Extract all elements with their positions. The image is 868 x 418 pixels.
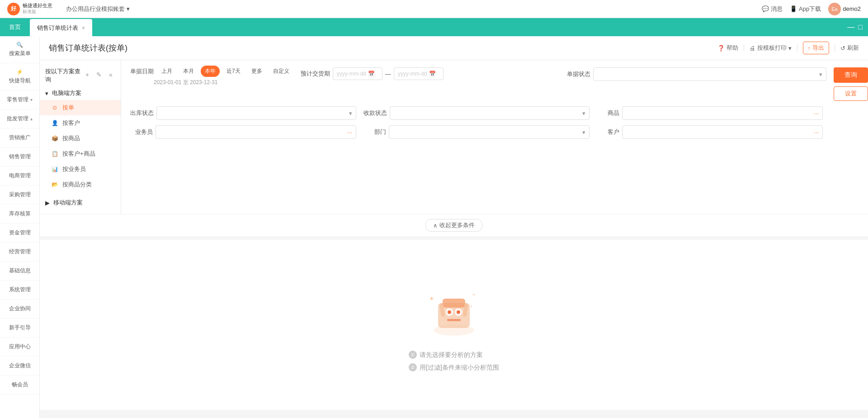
sidebar-item-retail[interactable]: 零售管理 ▾ <box>0 90 39 109</box>
window-minimize-icon[interactable]: — <box>847 23 854 31</box>
date-last7-btn[interactable]: 近7天 <box>222 66 245 77</box>
date-custom-btn[interactable]: 自定义 <box>269 66 293 77</box>
customer-input[interactable]: ··· <box>622 125 823 139</box>
scheme-group-desktop[interactable]: ▾ 电脑端方案 <box>40 86 121 100</box>
goods-label: 商品 <box>597 109 619 117</box>
out-status-label: 出库状态 <box>130 109 154 117</box>
staff-cell: 业务员 ··· <box>130 125 356 139</box>
date-this-month-btn[interactable]: 本月 <box>179 66 198 77</box>
sidebar-item-inventory[interactable]: 库存核算 <box>0 204 39 223</box>
print-arrow-icon: ▾ <box>788 45 792 52</box>
scheme-order-icon: ⊙ <box>51 104 59 112</box>
scheme-panel: 按以下方案查询 + ✎ « ▾ 电脑端方案 ⊙ 按单 👤 <box>40 60 121 214</box>
top-bar-left: 好 畅捷通好生意 标准版 办公用品行业模拟账套 ▾ <box>7 3 130 15</box>
staff-input[interactable]: ··· <box>156 125 356 139</box>
apps-label: 应用中心 <box>9 343 31 351</box>
expected-date-start[interactable]: yyyy-mm-dd 📅 <box>333 67 382 80</box>
logo-text: 畅捷通好生意 <box>23 3 52 9</box>
sidebar-item-marketing[interactable]: 营销推广 <box>0 128 39 147</box>
scheme-item-by-order[interactable]: ⊙ 按单 <box>40 100 121 115</box>
tip-text-2: 用[过滤]条件来缩小分析范围 <box>420 361 499 374</box>
export-label: 导出 <box>812 44 824 52</box>
query-btn[interactable]: 查询 <box>834 67 868 83</box>
expected-date-end[interactable]: yyyy-mm-dd 📅 <box>394 67 443 80</box>
dept-select[interactable]: ▾ <box>389 125 590 139</box>
scheme-item-by-staff[interactable]: 📊 按业务员 <box>40 162 121 177</box>
system-label: 系统管理 <box>9 286 31 294</box>
sidebar: 🔍 搜索菜单 ⚡ 快捷导航 零售管理 ▾ 批发管理 ▴ 营销推广 销售管理 电商… <box>0 36 40 418</box>
collapse-btn[interactable]: ∧ 收起更多条件 <box>425 219 482 232</box>
help-btn[interactable]: ❓ 帮助 <box>717 44 738 52</box>
sidebar-item-tutorial[interactable]: 新手引导 <box>0 318 39 337</box>
date-last-month-btn[interactable]: 上月 <box>157 66 176 77</box>
messages-btn[interactable]: 💬 消息 <box>762 5 783 13</box>
avatar: Ea <box>828 3 841 15</box>
sidebar-item-quick-nav[interactable]: ⚡ 快捷导航 <box>0 63 39 90</box>
svg-text:✦: ✦ <box>470 304 473 309</box>
sidebar-item-sales[interactable]: 销售管理 <box>0 147 39 166</box>
window-maximize-icon[interactable]: □ <box>858 23 863 31</box>
customer-more-icon[interactable]: ··· <box>814 129 819 136</box>
out-status-cell: 出库状态 ▾ <box>130 106 356 120</box>
refresh-btn[interactable]: ↺ 刷新 <box>840 44 859 52</box>
tab-active[interactable]: 销售订单统计表 × <box>30 19 92 37</box>
expected-date-label: 预计交货期 <box>301 70 330 78</box>
tab-home[interactable]: 首页 <box>0 18 30 36</box>
sidebar-quicknav-label: 快捷导航 <box>9 77 31 85</box>
setting-btn[interactable]: 设置 <box>834 86 868 101</box>
app-download-btn[interactable]: 📱 App下载 <box>790 5 821 13</box>
sidebar-item-basic-info[interactable]: 基础信息 <box>0 261 39 280</box>
retail-label: 零售管理 <box>7 96 28 104</box>
date-filter-buttons: 上月 本月 本年 近7天 更多 自定义 <box>157 66 293 77</box>
filter-main: 按以下方案查询 + ✎ « ▾ 电脑端方案 ⊙ 按单 👤 <box>40 60 868 214</box>
scheme-item-label: 按商品分类 <box>62 180 92 189</box>
svg-point-5 <box>448 310 451 314</box>
sidebar-item-search[interactable]: 🔍 搜索菜单 <box>0 36 39 63</box>
account-dropdown[interactable]: 办公用品行业模拟账套 ▾ <box>66 5 130 13</box>
sidebar-item-finance[interactable]: 资金管理 <box>0 223 39 242</box>
export-btn[interactable]: ↑ 导出 <box>803 42 830 54</box>
scheme-add-icon[interactable]: + <box>83 71 92 80</box>
operations-label: 经营管理 <box>9 248 31 256</box>
scheme-item-by-goods[interactable]: 📦 按商品 <box>40 131 121 146</box>
scheme-cust-goods-icon: 📋 <box>51 150 59 158</box>
scheme-group-label: 电脑端方案 <box>52 89 81 97</box>
date-this-year-btn[interactable]: 本年 <box>201 66 220 77</box>
empty-tip-2: ② 用[过滤]条件来缩小分析范围 <box>409 361 499 374</box>
refresh-icon: ↺ <box>840 45 845 52</box>
sidebar-item-apps[interactable]: 应用中心 <box>0 337 39 356</box>
sidebar-item-wechat[interactable]: 企业微信 <box>0 356 39 375</box>
sidebar-item-collab[interactable]: 企业协同 <box>0 299 39 318</box>
sidebar-item-ecommerce[interactable]: 电商管理 <box>0 166 39 185</box>
tip-text-1: 请先选择要分析的方案 <box>420 348 483 361</box>
sidebar-item-purchase[interactable]: 采购管理 <box>0 185 39 204</box>
scheme-edit-icon[interactable]: ✎ <box>94 71 104 80</box>
out-status-select[interactable]: ▾ <box>156 106 356 120</box>
tab-close-icon[interactable]: × <box>82 25 85 31</box>
user-area[interactable]: Ea demo2 <box>828 3 861 15</box>
scheme-item-by-category[interactable]: 📂 按商品分类 <box>40 177 121 192</box>
ecommerce-label: 电商管理 <box>9 172 31 180</box>
scheme-item-by-customer[interactable]: 👤 按客户 <box>40 115 121 131</box>
goods-more-icon[interactable]: ··· <box>814 110 819 117</box>
receive-status-select[interactable]: ▾ <box>390 106 590 120</box>
search-icon: 🔍 <box>16 42 23 48</box>
sidebar-item-system[interactable]: 系统管理 <box>0 280 39 299</box>
print-btn[interactable]: 🖨 按模板打印 ▾ <box>750 44 792 52</box>
dept-arrow-icon: ▾ <box>582 129 585 136</box>
scheme-collapse-icon[interactable]: « <box>106 71 115 80</box>
sidebar-item-wholesale[interactable]: 批发管理 ▴ <box>0 109 39 128</box>
staff-more-icon[interactable]: ··· <box>347 129 352 136</box>
scheme-group-mobile[interactable]: ▶ 移动端方案 <box>40 196 121 209</box>
retail-arrow-icon: ▾ <box>30 97 33 102</box>
goods-input[interactable]: ··· <box>622 106 823 120</box>
scheme-item-by-customer-goods[interactable]: 📋 按客户+商品 <box>40 146 121 162</box>
svg-text:✦: ✦ <box>472 292 476 297</box>
date-more-btn[interactable]: 更多 <box>247 66 266 77</box>
status-select[interactable]: ▾ <box>593 67 826 81</box>
sidebar-item-operations[interactable]: 经营管理 <box>0 242 39 261</box>
print-icon: 🖨 <box>750 45 755 52</box>
sidebar-item-member[interactable]: 畅会员 <box>0 375 39 394</box>
customer-cell: 客户 ··· <box>597 125 823 139</box>
page-actions: ❓ 帮助 🖨 按模板打印 ▾ ↑ 导出 ↺ 刷新 <box>717 42 859 54</box>
